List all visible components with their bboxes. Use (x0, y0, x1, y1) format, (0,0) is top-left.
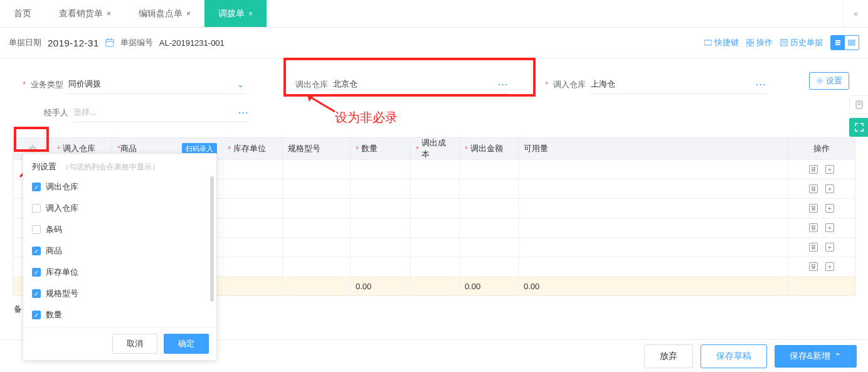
shortcut-tool[interactable]: 快捷键 (704, 37, 739, 48)
settings-button[interactable]: 设置 (809, 72, 849, 90)
svg-rect-4 (704, 40, 712, 45)
svg-point-21 (31, 147, 34, 151)
column-option[interactable]: 条码 (32, 219, 208, 240)
close-icon[interactable]: × (248, 9, 253, 18)
checkbox[interactable] (32, 204, 41, 213)
required-mark: * (23, 80, 26, 89)
svg-rect-7 (746, 43, 749, 46)
checkbox[interactable] (32, 289, 41, 298)
add-row-icon[interactable]: + (825, 243, 834, 252)
close-all-icon[interactable]: × (843, 0, 868, 28)
delete-row-icon[interactable] (809, 165, 818, 174)
side-panel-toggle[interactable] (849, 95, 868, 114)
operate-tool[interactable]: 操作 (746, 37, 773, 48)
checkbox[interactable] (32, 311, 41, 319)
scrollbar[interactable] (210, 176, 214, 302)
note-icon (855, 100, 864, 109)
close-icon[interactable]: × (186, 9, 191, 18)
add-row-icon[interactable]: + (825, 204, 834, 213)
svg-point-20 (817, 78, 823, 84)
svg-point-19 (818, 80, 821, 82)
more-icon[interactable]: ··· (756, 80, 766, 89)
col-unit: *库存单位 (223, 138, 283, 159)
column-option[interactable]: 调出仓库 (32, 176, 208, 198)
gear-icon (28, 144, 37, 153)
save-new-button[interactable]: 保存&新增⌃ (775, 345, 857, 368)
popup-list[interactable]: 调出仓库调入仓库条码商品库存单位规格型号数量单位2 (23, 176, 216, 327)
date-label: 单据日期 (9, 37, 41, 48)
add-row-icon[interactable]: + (825, 165, 834, 174)
expand-toggle[interactable] (849, 118, 868, 137)
annotation-text: 设为非必录 (335, 109, 398, 126)
doc-no-value: AL-20191231-001 (159, 38, 225, 48)
svg-rect-8 (751, 43, 754, 46)
in-wh-select[interactable]: 上海仓··· (591, 75, 766, 94)
cancel-button[interactable]: 取消 (112, 334, 157, 354)
biz-type-value: 同价调拨 (68, 78, 101, 90)
add-row-icon[interactable]: + (825, 184, 834, 193)
chevron-down-icon: ⌄ (237, 80, 244, 89)
tab-edit-check[interactable]: 编辑盘点单 × (125, 0, 204, 27)
operate-label: 操作 (756, 37, 773, 48)
gear-icon (816, 77, 823, 85)
view-list-icon[interactable] (831, 36, 845, 50)
form-area: * 业务类型 同价调拨⌄ 调出仓库 北京仓··· * 调入仓库 上海仓··· 经… (0, 58, 868, 137)
delete-row-icon[interactable] (809, 204, 818, 213)
biz-type-select[interactable]: 同价调拨⌄ (68, 75, 244, 94)
field-out-warehouse: 调出仓库 北京仓··· (295, 75, 509, 94)
operator-select[interactable]: 选择...··· (73, 103, 249, 122)
close-icon[interactable]: × (107, 9, 111, 18)
discard-button[interactable]: 放弃 (644, 344, 693, 368)
calendar-icon[interactable] (105, 38, 114, 47)
column-option[interactable]: 规格型号 (32, 283, 208, 304)
in-wh-value: 上海仓 (591, 78, 615, 90)
column-option[interactable]: 库存单位 (32, 262, 208, 283)
confirm-button[interactable]: 确定 (164, 334, 209, 354)
svg-rect-16 (852, 40, 855, 42)
column-option[interactable]: 商品 (32, 240, 208, 262)
checkbox[interactable] (32, 268, 41, 277)
popup-title: 列设置 (32, 161, 56, 173)
tab-transfer-label: 调拨单 (218, 8, 245, 19)
sum-outamt: 0.00 (460, 277, 519, 295)
delete-row-icon[interactable] (809, 262, 818, 271)
checkbox[interactable] (32, 183, 41, 191)
tab-view-sales[interactable]: 查看销货单 × (45, 0, 125, 27)
out-wh-label: 调出仓库 (295, 79, 328, 90)
required-mark: * (545, 80, 548, 89)
column-option[interactable]: 调入仓库 (32, 198, 208, 219)
header-tools: 快捷键 操作 历史单据 (704, 35, 859, 50)
in-wh-label: 调入仓库 (553, 79, 586, 90)
history-tool[interactable]: 历史单据 (780, 37, 823, 48)
out-wh-select[interactable]: 北京仓··· (333, 75, 509, 94)
tab-transfer[interactable]: 调拨单 × (204, 0, 267, 27)
column-settings-popup: 列设置 （勾选的列会在表格中显示） 调出仓库调入仓库条码商品库存单位规格型号数量… (23, 153, 217, 361)
date-value[interactable]: 2019-12-31 (48, 38, 99, 48)
save-draft-button[interactable]: 保存草稿 (701, 344, 767, 368)
svg-rect-9 (781, 40, 787, 46)
checkbox[interactable] (32, 247, 41, 255)
add-row-icon[interactable]: + (825, 223, 834, 232)
add-row-icon[interactable]: + (825, 262, 834, 271)
column-option[interactable]: 数量 (32, 304, 208, 326)
popup-subtitle: （勾选的列会在表格中显示） (61, 162, 159, 173)
delete-row-icon[interactable] (809, 184, 818, 193)
col-outamt: *调出金额 (460, 138, 519, 159)
tab-home[interactable]: 首页 (0, 0, 45, 27)
delete-row-icon[interactable] (809, 243, 818, 252)
svg-rect-15 (849, 40, 851, 42)
more-icon[interactable]: ··· (498, 80, 509, 89)
col-avail: 可用量 (519, 138, 788, 159)
history-label: 历史单据 (790, 37, 823, 48)
operator-placeholder: 选择... (73, 107, 97, 118)
col-qty: *数量 (351, 138, 411, 159)
column-option-label: 调入仓库 (46, 203, 78, 214)
view-card-icon[interactable] (845, 36, 859, 50)
more-icon[interactable]: ··· (238, 108, 249, 117)
column-option-label: 调出仓库 (46, 181, 78, 193)
delete-row-icon[interactable] (809, 223, 818, 232)
checkbox[interactable] (32, 225, 41, 234)
field-operator: 经手人 选择...··· (44, 103, 249, 122)
keyboard-icon (704, 39, 712, 46)
svg-rect-17 (849, 43, 851, 45)
